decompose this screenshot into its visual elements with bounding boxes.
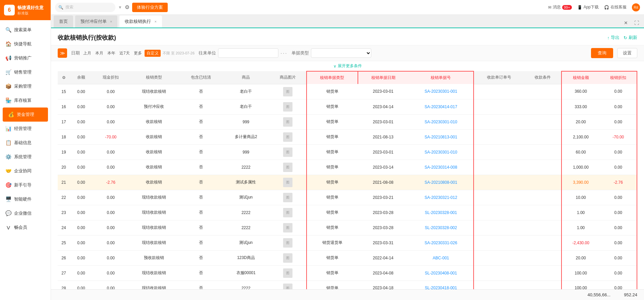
- cell-amount: 1.00: [561, 205, 600, 220]
- online-service-button[interactable]: 🎧 在线客服: [604, 4, 627, 10]
- cell-doc-date: 2023-03-01: [358, 114, 409, 129]
- cell-goods: 2222: [222, 281, 269, 289]
- date-more[interactable]: 更多: [132, 50, 143, 57]
- sidebar-item-operation[interactable]: 📊 经营管理: [0, 122, 51, 136]
- date-buttons: 上月 本月 本年 近7天 更多 自定义: [82, 50, 161, 57]
- tab-maximize-button[interactable]: ⛶: [632, 18, 641, 28]
- sidebar-item-marketing[interactable]: 📢 营销推广: [0, 51, 51, 65]
- cell-discount: 0.00: [600, 205, 637, 220]
- main-area: 🔍 搜索 ▼ ⚙ 体验行业方案 ✉ 消息 99+ 📱 App下载 🎧 在线客服 …: [51, 0, 644, 300]
- refresh-button[interactable]: ↻ 刷新: [624, 35, 637, 41]
- date-7days[interactable]: 近7天: [118, 50, 131, 57]
- cell-payment-terms: [524, 114, 561, 129]
- date-last-month[interactable]: 上月: [82, 50, 93, 57]
- doc-no-link[interactable]: SL-20230408-001: [425, 271, 457, 275]
- cell-type: 现结收款核销: [129, 235, 179, 250]
- cell-payment-terms: [524, 250, 561, 265]
- doc-no-link[interactable]: SA-20210813-001: [425, 135, 457, 139]
- cell-settled: 否: [179, 235, 222, 250]
- system-icon: ⚙️: [5, 154, 11, 160]
- doctype-select[interactable]: [311, 48, 371, 58]
- inventory-icon: 🏪: [5, 97, 11, 103]
- cell-payment-terms: [524, 220, 561, 235]
- doc-no-link[interactable]: SA-20230414-017: [425, 104, 457, 109]
- cell-goods: 999: [222, 114, 269, 129]
- cell-order-no: [474, 175, 524, 190]
- sidebar-item-basic[interactable]: 📋 基础信息: [0, 136, 51, 150]
- sidebar-item-capital[interactable]: 💰 资金管理: [3, 108, 48, 122]
- expand-more-row: ∨ 展开更多条件: [51, 61, 644, 71]
- partner-dots[interactable]: ···: [280, 50, 287, 57]
- table-row: 20 0.00 0.00 收款核销 否 2222 图 销货单 2023-03-1…: [58, 160, 637, 175]
- sidebar-item-collab[interactable]: 🤝 企业协同: [0, 164, 51, 178]
- doc-no-link[interactable]: SA-20230301-001: [425, 89, 457, 94]
- cell-id: 26: [58, 250, 70, 265]
- sidebar-item-vip[interactable]: V 畅会员: [0, 220, 51, 234]
- app-download-button[interactable]: 📱 App下载: [577, 4, 599, 10]
- tab-close-button[interactable]: ✕: [621, 18, 631, 28]
- sidebar-item-shortcut[interactable]: 🏠 快捷导航: [0, 37, 51, 51]
- settings-icon[interactable]: ⚙: [125, 4, 129, 10]
- sidebar-item-purchase[interactable]: 📦 采购管理: [0, 79, 51, 93]
- filter-bar: ≫ 日期 上月 本月 本年 近7天 更多 自定义 不限 至 2023-07-26…: [51, 45, 644, 61]
- cell-cash-discount: -2.76: [93, 175, 129, 190]
- sidebar-item-search[interactable]: 🔍 搜索菜单: [0, 23, 51, 37]
- doc-no-link[interactable]: SA-20230321-012: [425, 195, 457, 200]
- date-this-month[interactable]: 本月: [94, 50, 105, 57]
- doc-no-link[interactable]: SA-20210808-001: [425, 180, 457, 185]
- sidebar-item-inventory[interactable]: 🏪 库存核算: [0, 93, 51, 108]
- message-badge: 99+: [562, 5, 572, 10]
- col-settings[interactable]: ⚙: [58, 71, 70, 84]
- query-button[interactable]: 查询: [591, 48, 613, 58]
- table-footer: 40,556,66... 952.24: [51, 289, 644, 300]
- page-content: 收款核销执行(按收款) ↑ 导出 ↻ 刷新 ≫ 日期 上月 本月 本: [51, 28, 644, 300]
- doc-no-link[interactable]: SL-20230328-001: [425, 210, 457, 215]
- doc-no-link[interactable]: ABC-001: [433, 256, 449, 260]
- cell-payment-terms: [524, 175, 561, 190]
- export-button[interactable]: ↑ 导出: [607, 35, 620, 41]
- solution-button[interactable]: 体验行业方案: [132, 3, 168, 12]
- cell-doc-type: 销货单: [307, 205, 358, 220]
- cell-discount: 0.00: [600, 84, 637, 99]
- tab-collection-close[interactable]: ×: [154, 19, 156, 24]
- table-row: 27 0.00 0.00 现结收款核销 否 衣服00001 图 销货单 2023…: [58, 265, 637, 281]
- doc-no-link[interactable]: SL-20230328-002: [425, 225, 457, 230]
- sidebar-item-hardware[interactable]: 🖥️ 智能硬件: [0, 192, 51, 206]
- doc-no-link[interactable]: SA-20230331-026: [425, 241, 457, 245]
- service-icon: 🎧: [604, 5, 609, 10]
- expand-more-button[interactable]: ∨ 展开更多条件: [333, 63, 362, 69]
- doc-no-link[interactable]: SA-20230301-010: [425, 120, 457, 124]
- cell-amount: 1,000.00: [561, 160, 600, 175]
- cell-settled: 否: [179, 190, 222, 205]
- date-custom-button[interactable]: 自定义: [145, 50, 161, 57]
- sidebar-item-wechat[interactable]: 💬 企业微信: [0, 206, 51, 220]
- tab-home[interactable]: 首页: [54, 15, 73, 28]
- sidebar-item-system[interactable]: ⚙️ 系统管理: [0, 150, 51, 164]
- filter-settings-button[interactable]: 设置: [617, 48, 637, 58]
- doc-no-link[interactable]: SL-20230418-001: [425, 286, 457, 289]
- cell-discount: 0.00: [600, 220, 637, 235]
- cell-doc-type: 销货单: [307, 190, 358, 205]
- footer-discount: 952.24: [624, 292, 637, 297]
- cell-id: 22: [58, 190, 70, 205]
- cell-settled: 否: [179, 175, 222, 190]
- doc-no-link[interactable]: SA-20230301-010: [425, 150, 457, 155]
- doc-no-link[interactable]: SA-20230314-008: [425, 165, 457, 170]
- cell-discount: 0.00: [600, 190, 637, 205]
- cell-discount: 0.00: [600, 114, 637, 129]
- topbar-dropdown-arrow[interactable]: ▼: [118, 5, 122, 10]
- cell-goods: 老白干: [222, 84, 269, 99]
- topbar-search[interactable]: 🔍 搜索: [55, 3, 115, 12]
- cell-balance: 0.00: [70, 99, 93, 114]
- date-this-year[interactable]: 本年: [106, 50, 117, 57]
- sidebar-item-guide[interactable]: 🎯 新手引导: [0, 178, 51, 192]
- partner-input[interactable]: [218, 48, 278, 58]
- message-button[interactable]: ✉ 消息 99+: [548, 4, 572, 10]
- page-header-actions: ↑ 导出 ↻ 刷新: [607, 35, 638, 41]
- tab-collection[interactable]: 收款核销执行 ×: [119, 15, 162, 28]
- filter-expand-button[interactable]: ≫: [58, 48, 67, 58]
- sidebar-item-sales[interactable]: 🛒 销售管理: [0, 65, 51, 79]
- tab-prepay[interactable]: 预付冲应付单 ×: [75, 15, 117, 28]
- tab-prepay-close[interactable]: ×: [110, 19, 112, 24]
- user-avatar[interactable]: Rit: [632, 3, 640, 11]
